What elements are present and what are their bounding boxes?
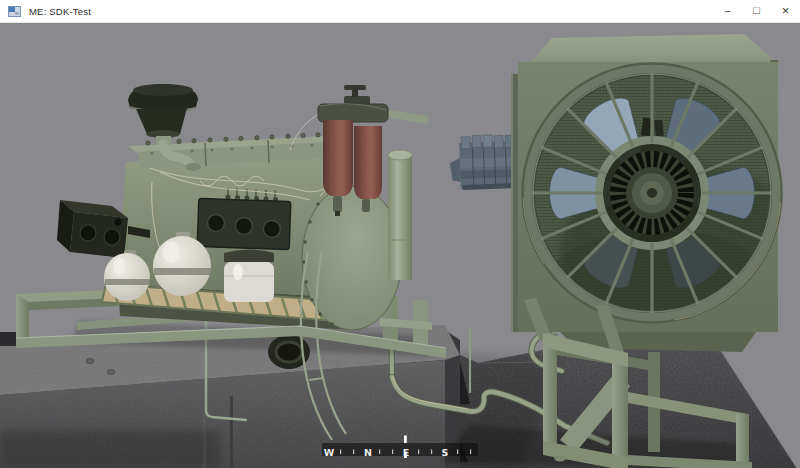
oil-filter-cylinder [388,150,412,280]
window-controls: – □ × [713,0,800,22]
app-window: ME: SDK-Test – □ × [0,0,800,468]
heading-marker-top [404,436,407,444]
3d-viewport[interactable]: W N E S [0,22,800,468]
titlebar: ME: SDK-Test – □ × [0,0,800,23]
compass-letter-n: N [364,447,372,458]
heading-marker-bottom [404,452,407,459]
close-button[interactable]: × [771,0,800,22]
engine-side-panel [197,198,291,249]
compass-letter-s: S [442,447,449,458]
window-title: ME: SDK-Test [29,6,91,17]
compass-letter-w: W [324,447,335,458]
minimize-button[interactable]: – [713,0,742,22]
app-icon [8,6,21,17]
compass-bar [322,443,478,456]
maximize-button[interactable]: □ [742,0,771,22]
